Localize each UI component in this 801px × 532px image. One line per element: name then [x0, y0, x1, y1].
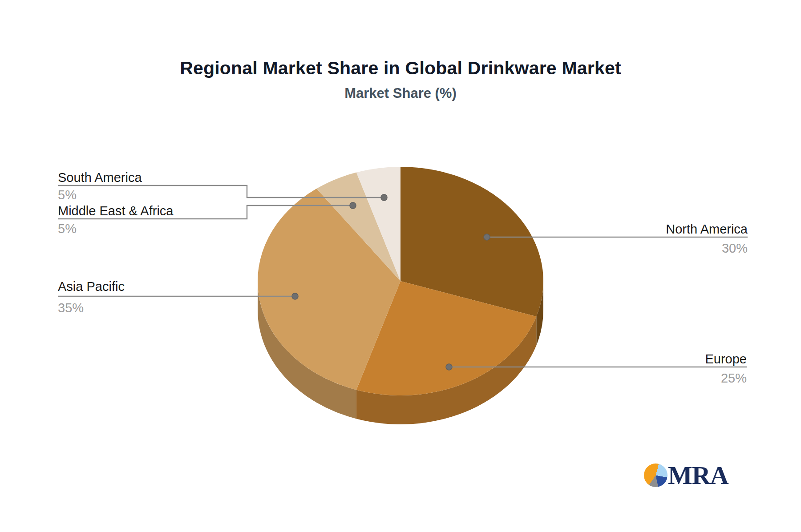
pie-chart: [0, 0, 801, 532]
slice-label-middle-east-africa: Middle East & Africa: [58, 204, 174, 218]
leader-dot-north-america: [484, 234, 490, 240]
leader-dot-south-america: [381, 194, 387, 201]
mra-logo: MRA: [644, 463, 728, 488]
chart-canvas: Regional Market Share in Global Drinkwar…: [0, 0, 801, 532]
leader-dot-asia-pacific: [292, 293, 298, 299]
slice-value-middle-east-africa: 5%: [58, 222, 77, 236]
slice-value-europe: 25%: [721, 371, 747, 386]
mra-logo-pie-icon: [644, 463, 668, 487]
slice-label-europe: Europe: [705, 352, 747, 367]
slice-label-north-america: North America: [666, 222, 748, 237]
mra-logo-text: MRA: [668, 463, 728, 487]
leader-dot-europe: [446, 364, 452, 370]
leader-dot-middle-east-africa: [350, 202, 356, 209]
slice-value-asia-pacific: 35%: [58, 301, 84, 315]
slice-value-south-america: 5%: [58, 188, 77, 202]
slice-label-south-america: South America: [58, 171, 142, 185]
slice-value-north-america: 30%: [722, 242, 748, 256]
slice-label-asia-pacific: Asia Pacific: [58, 280, 125, 294]
